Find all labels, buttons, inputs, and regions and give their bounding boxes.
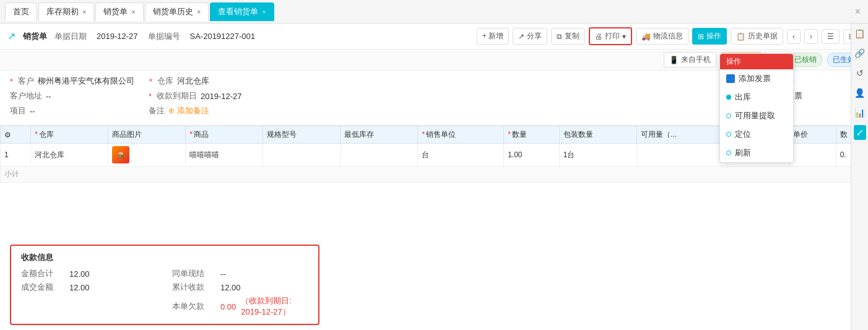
balance-value: 0.00 — [220, 302, 236, 311]
row-pack: 1台 — [559, 144, 636, 167]
history-icon: 📋 — [736, 32, 745, 41]
balance-note: （收款到期日: 2019-12-27） — [241, 295, 308, 318]
logistics-icon: 🚚 — [641, 32, 651, 41]
note-label: 备注 — [149, 105, 165, 116]
sidebar-icon-4[interactable]: 👤 — [852, 85, 867, 100]
row-unit: 台 — [418, 144, 504, 167]
payment-grid: 金额合计 12.00 同单现结 -- 成交金额 12.00 累计收款 12.00 — [21, 268, 308, 318]
dropdown-item-available[interactable]: 可用量提取 — [720, 106, 793, 125]
tab-home[interactable]: 首页 — [5, 2, 37, 21]
copy-button[interactable]: ⧉ 复制 — [551, 28, 585, 45]
tab-view-sales[interactable]: 查看销货单 × — [210, 2, 274, 21]
project-label: 项目 — [10, 105, 26, 116]
tab-sales[interactable]: 销货单 × — [95, 2, 143, 21]
print-button[interactable]: 🖨 打印 ▾ — [589, 27, 632, 45]
tab-inventory-close[interactable]: × — [82, 8, 86, 15]
subtotal-label: 小计 — [1, 167, 868, 183]
transaction-value: 12.00 — [69, 283, 90, 292]
dropdown-item-refresh[interactable]: 刷新 — [720, 144, 793, 162]
dropdown-menu: 操作 添加发票 出库 可用量提取 定位 刷新 — [719, 53, 794, 163]
available-label: 可用量提取 — [735, 110, 775, 121]
row-min-stock — [341, 144, 418, 167]
tab-home-label: 首页 — [13, 6, 29, 17]
address-field: 客户地址 -- — [10, 90, 134, 102]
tab-inventory[interactable]: 库存期初 × — [38, 2, 94, 21]
sidebar-icon-3[interactable]: ↺ — [854, 66, 866, 80]
address-label: 客户地址 — [10, 90, 42, 102]
share-button[interactable]: ↗ 分享 — [513, 28, 547, 45]
row-product: 嘻嘻嘻嘻 — [186, 144, 263, 167]
tab-history[interactable]: 销货单历史 × — [145, 2, 209, 21]
col-unit: *销售单位 — [418, 126, 504, 144]
available-icon — [726, 113, 731, 118]
locate-label: 定位 — [735, 129, 751, 140]
window-close-button[interactable]: × — [853, 4, 863, 20]
operate-button[interactable]: ⊞ 操作 — [692, 28, 727, 45]
operate-icon: ⊞ — [698, 32, 704, 41]
view-toggle-1[interactable]: ☰ — [822, 29, 840, 44]
due-date-required: * — [149, 92, 152, 101]
dropdown-item-outbound[interactable]: 出库 — [720, 88, 793, 106]
payment-transaction-row: 成交金额 12.00 — [21, 282, 157, 293]
print-dropdown-icon: ▾ — [622, 32, 626, 41]
project-value: -- — [30, 106, 35, 116]
next-button[interactable]: › — [804, 29, 818, 44]
row-warehouse: 河北仓库 — [31, 144, 108, 167]
warehouse-label: 仓库 — [157, 76, 173, 87]
row-no: 1 — [1, 144, 31, 167]
tab-view-sales-label: 查看销货单 — [218, 6, 258, 17]
accumulated-label: 累计收款 — [172, 282, 215, 293]
no-label: 单据编号 — [148, 31, 180, 42]
customer-value: 柳州粤港平安气体有限公司 — [38, 76, 134, 87]
subtotal-row: 小计 — [1, 167, 868, 183]
customer-required: * — [10, 77, 13, 86]
dropdown-item-locate[interactable]: 定位 — [720, 125, 793, 144]
customer-label: 客户 — [18, 76, 34, 87]
payment-box: 收款信息 金额合计 12.00 同单现结 -- 成交金额 12.00 累计收款 … — [10, 245, 319, 325]
gear-icon: ⚙ — [4, 131, 11, 139]
logistics-button[interactable]: 🚚 物流信息 — [636, 28, 688, 45]
col-gear: ⚙ — [1, 126, 31, 144]
sidebar-icon-5[interactable]: 📊 — [852, 105, 867, 120]
prev-button[interactable]: ‹ — [787, 29, 801, 44]
warehouse-required: * — [149, 77, 152, 86]
add-note-button[interactable]: ⊕ 添加备注 — [168, 105, 209, 116]
new-button[interactable]: + 新增 — [477, 28, 509, 45]
col-product: *商品 — [186, 126, 263, 144]
accumulated-value: 12.00 — [220, 283, 241, 292]
header-actions: + 新增 ↗ 分享 ⧉ 复制 🖨 打印 ▾ 🚚 物流信息 — [477, 27, 861, 45]
tab-inventory-label: 库存期初 — [46, 6, 79, 17]
sidebar-icon-1[interactable]: 📋 — [852, 26, 867, 41]
tab-sales-close[interactable]: × — [131, 8, 135, 15]
outbound-icon — [726, 95, 731, 100]
sidebar-icon-expand[interactable]: ⤢ — [854, 125, 866, 140]
tab-view-sales-close[interactable]: × — [262, 8, 266, 15]
share-icon: ↗ — [518, 32, 524, 41]
due-date-label: 收款到期日 — [157, 90, 197, 102]
tab-sales-label: 销货单 — [103, 6, 128, 17]
invoice-label: 添加发票 — [739, 73, 771, 84]
col-pack: 包装数量 — [559, 126, 636, 144]
doc-type-label: 销货单 — [23, 31, 47, 42]
date-value: 2019-12-27 — [97, 32, 138, 41]
transaction-label: 成交金额 — [21, 282, 64, 293]
tab-history-close[interactable]: × — [197, 8, 201, 15]
doc-meta: 单据日期 2019-12-27 单据编号 SA-20191227-001 — [54, 31, 255, 42]
same-order-label: 同单现结 — [172, 268, 215, 279]
tab-bar: 首页 库存期初 × 销货单 × 销货单历史 × 查看销货单 × × — [0, 0, 868, 24]
col-available: 可用量（... — [636, 126, 727, 144]
no-value: SA-20191227-001 — [190, 32, 256, 41]
date-label: 单据日期 — [54, 31, 87, 42]
dropdown-header: 操作 — [720, 54, 793, 69]
row-available — [636, 144, 727, 167]
phone-button[interactable]: 📱 来自手机 — [664, 52, 716, 67]
sidebar-icon-2[interactable]: 🔗 — [852, 46, 867, 61]
history-button[interactable]: 📋 历史单据 — [731, 28, 783, 45]
due-date-value: 2019-12-27 — [201, 92, 242, 101]
same-order-value: -- — [220, 269, 226, 279]
invoice-icon — [726, 74, 735, 83]
tab-history-label: 销货单历史 — [153, 6, 193, 17]
dropdown-item-invoice[interactable]: 添加发票 — [720, 69, 793, 88]
print-icon: 🖨 — [595, 32, 602, 41]
add-note-icon: ⊕ — [168, 106, 175, 115]
